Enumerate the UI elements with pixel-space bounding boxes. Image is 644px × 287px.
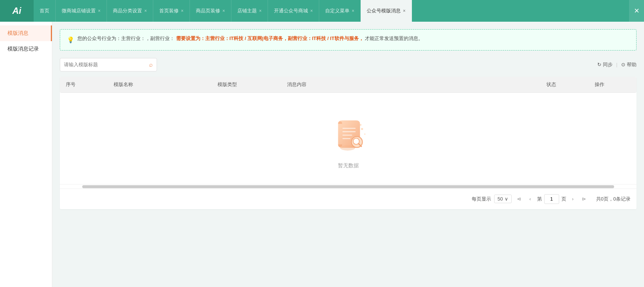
sidebar: 模版消息模版消息记录 bbox=[0, 22, 52, 287]
table-header-row: 序号模版名称模版类型消息内容状态操作 bbox=[60, 77, 637, 93]
svg-point-8 bbox=[361, 128, 363, 130]
nav-tab-custom-menu[interactable]: 自定义菜单 × bbox=[319, 0, 361, 22]
nav-tab-home[interactable]: 首页 bbox=[34, 0, 56, 22]
top-nav: Ai 首页微商城店铺设置 ×商品分类设置 ×首页装修 ×商品页装修 ×店铺主题 … bbox=[0, 0, 644, 22]
empty-text: 暂无数据 bbox=[338, 162, 359, 169]
close-all-button[interactable]: ✕ bbox=[629, 0, 644, 22]
scroll-track[interactable] bbox=[60, 184, 637, 189]
close-tab-icon[interactable]: × bbox=[222, 9, 225, 13]
per-page-label: 每页显示 bbox=[472, 196, 491, 202]
svg-point-9 bbox=[364, 133, 366, 135]
search-input[interactable] bbox=[64, 62, 149, 67]
col-header-status: 状态 bbox=[540, 77, 588, 93]
search-bar: ⌕ ↻ 同步 | ⊙ 帮助 bbox=[60, 58, 637, 71]
close-tab-icon[interactable]: × bbox=[98, 9, 101, 13]
data-table: 序号模版名称模版类型消息内容状态操作 bbox=[60, 77, 637, 93]
close-tab-icon[interactable]: × bbox=[144, 9, 147, 13]
pagination-bar: 每页显示 50 ∨ ⊲ ‹ 第 页 › ⊳ 共0页，0条记录 bbox=[60, 189, 637, 209]
sidebar-item-template-msg[interactable]: 模版消息 bbox=[0, 25, 52, 41]
close-tab-icon[interactable]: × bbox=[310, 9, 313, 13]
table-wrapper: 序号模版名称模版类型消息内容状态操作 bbox=[60, 77, 637, 209]
close-tab-icon[interactable]: × bbox=[259, 9, 262, 13]
pagination-summary: 共0页，0条记录 bbox=[596, 196, 631, 202]
search-icon[interactable]: ⌕ bbox=[149, 61, 153, 68]
notice-box: 💡 您的公众号行业为：主营行业：，副营行业： 需要设置为：主营行业：IT科技 /… bbox=[60, 29, 637, 51]
col-header-type: 模版类型 bbox=[212, 77, 281, 93]
first-page-button[interactable]: ⊲ bbox=[515, 195, 524, 204]
nav-tab-store-theme[interactable]: 店铺主题 × bbox=[231, 0, 268, 22]
divider: | bbox=[616, 62, 617, 67]
content-area: 💡 您的公众号行业为：主营行业：，副营行业： 需要设置为：主营行业：IT科技 /… bbox=[52, 22, 644, 287]
nav-tab-product-decor[interactable]: 商品页装修 × bbox=[190, 0, 231, 22]
nav-tab-shop-settings[interactable]: 微商城店铺设置 × bbox=[56, 0, 107, 22]
next-page-button[interactable]: › bbox=[568, 195, 577, 204]
sidebar-item-template-record[interactable]: 模版消息记录 bbox=[0, 41, 52, 57]
nav-tab-home-decor[interactable]: 首页装修 × bbox=[153, 0, 190, 22]
sync-icon: ↻ bbox=[597, 62, 601, 67]
close-tab-icon[interactable]: × bbox=[181, 9, 184, 13]
page-label-after: 页 bbox=[561, 196, 566, 202]
notice-text: 您的公众号行业为：主营行业：，副营行业： 需要设置为：主营行业：IT科技 / 互… bbox=[77, 35, 423, 43]
nav-tab-open-store[interactable]: 开通公众号商城 × bbox=[268, 0, 319, 22]
help-icon: ⊙ bbox=[621, 62, 625, 67]
page-label-before: 第 bbox=[537, 196, 542, 202]
per-page-select[interactable]: 50 ∨ bbox=[494, 195, 511, 203]
col-header-content: 消息内容 bbox=[281, 77, 540, 93]
toolbar-right: ↻ 同步 | ⊙ 帮助 bbox=[597, 61, 637, 68]
close-tab-icon[interactable]: × bbox=[403, 9, 406, 13]
table-head: 序号模版名称模版类型消息内容状态操作 bbox=[60, 77, 637, 93]
nav-tabs: 首页微商城店铺设置 ×商品分类设置 ×首页装修 ×商品页装修 ×店铺主题 ×开通… bbox=[34, 0, 629, 22]
prev-page-button[interactable]: ‹ bbox=[526, 195, 535, 204]
col-header-name: 模版名称 bbox=[108, 77, 212, 93]
nav-tab-category-settings[interactable]: 商品分类设置 × bbox=[107, 0, 153, 22]
svg-point-10 bbox=[360, 124, 361, 126]
close-tab-icon[interactable]: × bbox=[352, 9, 354, 13]
sync-button[interactable]: ↻ 同步 bbox=[597, 61, 613, 68]
page-input[interactable] bbox=[544, 194, 559, 204]
help-button[interactable]: ⊙ 帮助 bbox=[621, 61, 637, 68]
scroll-thumb[interactable] bbox=[82, 185, 614, 188]
col-header-action: 操作 bbox=[589, 77, 637, 93]
empty-icon bbox=[328, 115, 369, 156]
logo: Ai bbox=[0, 0, 34, 22]
empty-state: 暂无数据 bbox=[60, 93, 637, 184]
nav-tab-template-msg[interactable]: 公众号模版消息 × bbox=[361, 0, 412, 22]
last-page-button[interactable]: ⊳ bbox=[580, 195, 589, 204]
pagination-nav: ⊲ ‹ 第 页 › ⊳ bbox=[515, 194, 589, 204]
col-header-index: 序号 bbox=[60, 77, 108, 93]
main-layout: 模版消息模版消息记录 💡 您的公众号行业为：主营行业：，副营行业： 需要设置为：… bbox=[0, 22, 644, 287]
search-input-wrap[interactable]: ⌕ bbox=[60, 58, 157, 71]
chevron-down-icon: ∨ bbox=[505, 196, 508, 202]
notice-icon: 💡 bbox=[67, 35, 74, 45]
